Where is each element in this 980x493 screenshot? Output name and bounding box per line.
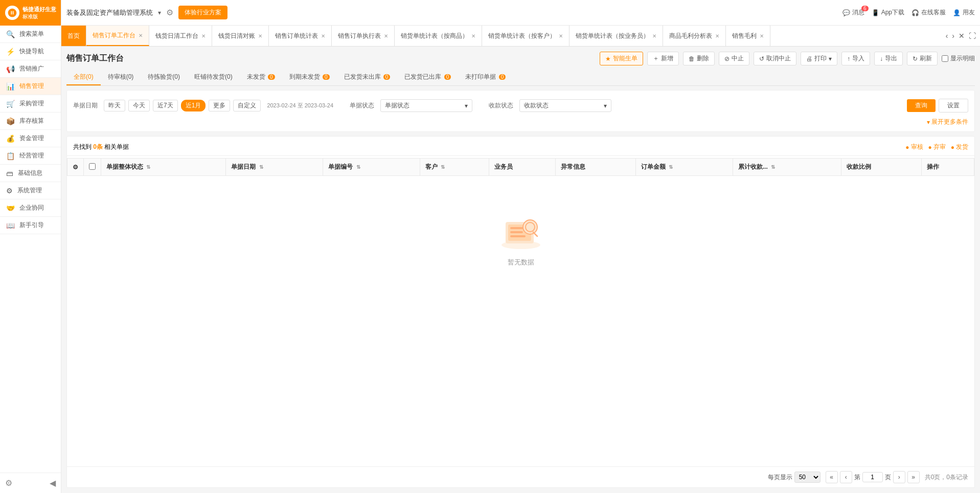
print-button[interactable]: 🖨 打印 ▾: [801, 52, 837, 65]
tabs-prev-icon[interactable]: ‹: [946, 32, 948, 40]
sidebar-item-purchase[interactable]: 🛒 采购管理: [0, 95, 61, 113]
topbar-dropdown-btn[interactable]: ▾: [158, 9, 161, 16]
date-btn-7days[interactable]: 近7天: [153, 100, 178, 111]
sub-tab-unshipped[interactable]: 未发货 0: [240, 70, 282, 85]
settings-button[interactable]: 设置: [939, 99, 968, 113]
tab-close-icon[interactable]: ✕: [384, 33, 388, 39]
sidebar-item-quick-nav[interactable]: ⚡ 快捷导航: [0, 43, 61, 60]
page-input[interactable]: [862, 472, 883, 482]
sort-icon[interactable]: ⇅: [771, 164, 775, 170]
show-detail-checkbox-label[interactable]: 显示明细: [942, 54, 975, 63]
date-btn-today[interactable]: 今天: [128, 100, 150, 111]
refresh-button[interactable]: ↻ 刷新: [907, 52, 938, 65]
date-btn-yesterday[interactable]: 昨天: [104, 100, 125, 111]
date-btn-custom[interactable]: 自定义: [233, 100, 261, 111]
sub-tab-pending-review[interactable]: 待审核(0): [101, 70, 141, 85]
sub-tab-wangpu-ship[interactable]: 旺铺待发货(0): [187, 70, 240, 85]
tab-close-icon[interactable]: ✕: [760, 33, 764, 39]
payment-filter-select[interactable]: 收款状态 ▾: [519, 99, 611, 112]
tab-sales-by-product[interactable]: 销货单统计表（按商品） ✕: [395, 26, 482, 46]
tab-label: 销货单统计表（按客户）: [488, 32, 556, 40]
sub-tab-pending-inspect[interactable]: 待拣验货(0): [141, 70, 187, 85]
sidebar-item-guide[interactable]: 📖 新手引导: [0, 217, 61, 234]
tabs-fullscreen-icon[interactable]: ⛶: [969, 32, 976, 40]
tab-cash-daily[interactable]: 钱货日清工作台 ✕: [149, 26, 212, 46]
sidebar-item-operations[interactable]: 📋 经营管理: [0, 147, 61, 165]
per-page-select[interactable]: 50 100: [794, 472, 821, 483]
sort-icon[interactable]: ⇅: [669, 164, 673, 170]
tab-gross-profit[interactable]: 商品毛利分析表 ✕: [663, 26, 726, 46]
next-page-btn[interactable]: ›: [893, 471, 905, 483]
tab-sales-exec[interactable]: 销售订单执行表 ✕: [332, 26, 395, 46]
sort-icon[interactable]: ⇅: [356, 164, 360, 170]
table-scroll[interactable]: ⚙ 单据整体状态 ⇅ 单据日期 ⇅ 单据编号: [67, 158, 974, 466]
sidebar-item-basic[interactable]: 🗃 基础信息: [0, 165, 61, 182]
stop-button[interactable]: ⊘ 中止: [719, 52, 749, 65]
tab-close-icon[interactable]: ✕: [471, 33, 475, 39]
online-service-action[interactable]: 🎧 在线客服: [911, 8, 946, 17]
tab-close-icon[interactable]: ✕: [139, 33, 143, 38]
delete-button[interactable]: 🗑 删除: [683, 52, 715, 65]
tab-close-icon[interactable]: ✕: [321, 33, 325, 39]
app-download-action[interactable]: 📱 App下载: [872, 8, 904, 17]
tabs-next-icon[interactable]: ›: [952, 32, 954, 40]
tab-close-icon[interactable]: ✕: [652, 33, 656, 39]
sidebar-item-search[interactable]: 🔍 搜索菜单: [0, 26, 61, 43]
tab-sales-gross[interactable]: 销售毛利 ✕: [726, 26, 770, 46]
last-page-btn[interactable]: »: [907, 471, 920, 483]
sub-tab-shipped-not-out[interactable]: 已发货未出库 0: [337, 70, 398, 85]
status-filter-select[interactable]: 单据状态 ▾: [380, 99, 472, 112]
sort-icon[interactable]: ⇅: [441, 164, 445, 170]
tab-sales-by-salesperson[interactable]: 销货单统计表（按业务员） ✕: [569, 26, 663, 46]
prev-page-btn[interactable]: ‹: [840, 471, 852, 483]
sidebar-item-enterprise[interactable]: 🤝 企业协同: [0, 199, 61, 217]
abandon-review-quick-btn[interactable]: ● 弃审: [928, 143, 946, 151]
tab-close-icon[interactable]: ✕: [258, 33, 262, 39]
tab-sales-workbench[interactable]: 销售订单工作台 ✕: [86, 26, 149, 46]
tab-close-icon[interactable]: ✕: [559, 33, 563, 39]
tab-cash-reconcile[interactable]: 钱货日清对账 ✕: [212, 26, 269, 46]
tabs-close-all-icon[interactable]: ✕: [959, 32, 965, 40]
sidebar-item-inventory[interactable]: 📦 库存核算: [0, 113, 61, 130]
th-checkbox[interactable]: [84, 159, 101, 176]
sort-icon[interactable]: ⇅: [146, 164, 150, 170]
tab-sales-stats[interactable]: 销售订单统计表 ✕: [269, 26, 332, 46]
expand-more-btn[interactable]: ▾ 展开更多条件: [927, 118, 968, 126]
import-button[interactable]: ↑ 导入: [841, 52, 870, 65]
select-all-checkbox[interactable]: [89, 163, 96, 170]
sidebar-item-finance[interactable]: 💰 资金管理: [0, 130, 61, 147]
user-action[interactable]: 👤 用友: [953, 8, 975, 17]
show-detail-checkbox[interactable]: [942, 55, 948, 62]
th-date: 单据日期 ⇅: [226, 159, 323, 176]
sort-icon[interactable]: ⇅: [259, 164, 263, 170]
tab-close-icon[interactable]: ✕: [201, 33, 206, 39]
review-quick-btn[interactable]: ● 审核: [905, 143, 923, 151]
th-gear[interactable]: ⚙: [67, 159, 84, 176]
tabs-bar: 首页 销售订单工作台 ✕ 钱货日清工作台 ✕ 钱货日清对账 ✕ 销售订单统计表 …: [61, 26, 980, 47]
cancel-stop-button[interactable]: ↺ 取消中止: [754, 52, 796, 65]
sub-tab-overdue-unshipped[interactable]: 到期未发货 0: [282, 70, 337, 85]
collapse-icon[interactable]: ◀: [50, 478, 56, 488]
tab-home[interactable]: 首页: [61, 26, 86, 46]
sub-tab-all[interactable]: 全部(0): [66, 70, 101, 85]
solution-button[interactable]: 体验行业方案: [178, 6, 227, 19]
message-action[interactable]: 💬 消息 6: [842, 8, 864, 17]
sidebar-item-marketing[interactable]: 📢 营销推广: [0, 60, 61, 78]
settings-bottom-icon[interactable]: ⚙: [5, 478, 12, 488]
query-button[interactable]: 查询: [907, 99, 936, 112]
sub-tab-unprinted[interactable]: 未打印单据 0: [458, 70, 513, 85]
sidebar-item-sales[interactable]: 📊 销售管理: [0, 78, 61, 95]
ship-quick-btn[interactable]: ● 发货: [951, 143, 968, 151]
tab-sales-by-customer[interactable]: 销货单统计表（按客户） ✕: [482, 26, 569, 46]
tab-close-icon[interactable]: ✕: [715, 33, 719, 39]
first-page-btn[interactable]: «: [826, 471, 838, 483]
date-btn-1month[interactable]: 近1月: [181, 100, 206, 111]
date-btn-more[interactable]: 更多: [209, 100, 230, 111]
status-dropdown-icon: ▾: [465, 102, 468, 109]
export-button[interactable]: ↓ 导出: [874, 52, 903, 65]
smart-create-button[interactable]: ★ 智能生单: [600, 52, 643, 65]
sidebar-item-system[interactable]: ⚙ 系统管理: [0, 182, 61, 199]
add-button[interactable]: ＋ 新增: [647, 52, 679, 65]
topbar-settings-icon[interactable]: ⚙: [166, 8, 173, 17]
sub-tab-shipped-out[interactable]: 已发货已出库 0: [397, 70, 458, 85]
